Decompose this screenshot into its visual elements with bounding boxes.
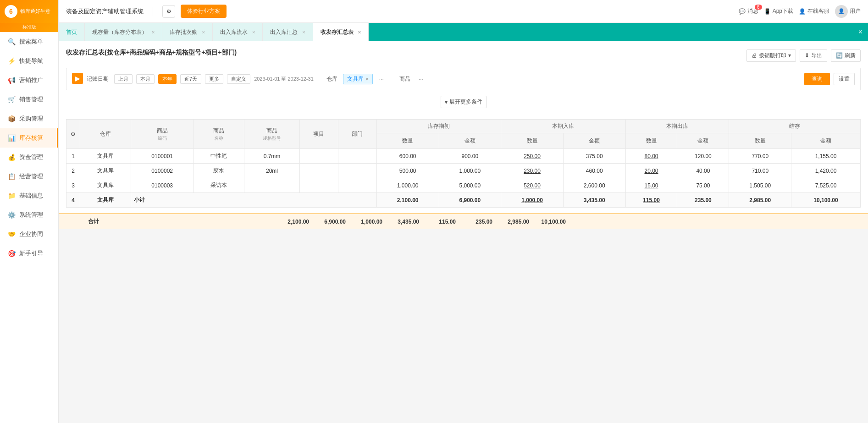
- subtotal-close-qty: 2,985.00: [729, 193, 791, 208]
- sidebar-item-label: 营销推广: [19, 76, 43, 84]
- user-avatar[interactable]: 👤 用户: [835, 5, 861, 18]
- sales-icon: 🛒: [7, 95, 16, 104]
- row-goods-name: 中性笔: [194, 149, 244, 164]
- tab-in-out-flow-close[interactable]: ×: [252, 29, 255, 35]
- tab-inventory-dist[interactable]: 现存量（库存分布表） ×: [85, 23, 162, 41]
- col-closing-header: 结存: [729, 120, 861, 133]
- row-out-amt: 120.00: [677, 149, 729, 164]
- table-row: 1 文具库 0100001 中性笔 0.7mm 600.00 900.00 25…: [66, 149, 861, 164]
- tab-batch-close[interactable]: ×: [202, 29, 205, 35]
- page-header-section: 收发存汇总表(按仓库+商品编码+商品+规格型号+项目+部门) 🖨 拨锁版打印 ▾…: [59, 41, 868, 114]
- tab-batch[interactable]: 库存批次账 ×: [162, 23, 212, 41]
- subtotal-out-qty[interactable]: 115.00: [625, 193, 677, 208]
- sidebar-item-quick-nav[interactable]: ⚡ 快捷导航: [0, 51, 58, 71]
- logo-icon: 6: [5, 5, 17, 18]
- export-label: 导出: [811, 52, 822, 60]
- this-month-btn[interactable]: 本月: [136, 74, 155, 84]
- refresh-btn[interactable]: 🔄 刷新: [831, 49, 861, 62]
- col-opening-header: 库存期初: [376, 120, 501, 133]
- row-close-qty: 770.00: [729, 149, 791, 164]
- sidebar-item-search[interactable]: 🔍 搜索菜单: [0, 32, 58, 51]
- settings-gear-icon[interactable]: ⚙: [162, 5, 175, 18]
- sidebar-item-guide[interactable]: 🎯 新手引导: [0, 244, 58, 263]
- online-service-btn[interactable]: 👤 在线客服: [799, 7, 829, 15]
- tab-in-out-flow[interactable]: 出入库流水 ×: [213, 23, 263, 41]
- custom-date-btn[interactable]: 自定义: [227, 74, 250, 84]
- close-amt-header: 金额: [791, 133, 861, 149]
- row-in-amt: 2,600.00: [563, 178, 625, 193]
- filter-toggle-btn[interactable]: ▶: [72, 73, 83, 84]
- export-btn[interactable]: ⬇ 导出: [800, 49, 827, 62]
- tab-home[interactable]: 首页: [59, 23, 85, 41]
- sidebar-item-enterprise[interactable]: 🤝 企业协同: [0, 225, 58, 244]
- row-project: [299, 149, 338, 164]
- subtotal-in-qty[interactable]: 1,000.00: [501, 193, 564, 208]
- try-btn[interactable]: 体验行业方案: [181, 5, 227, 18]
- row-no: 3: [66, 178, 80, 193]
- this-year-btn[interactable]: 本年: [158, 74, 177, 84]
- print-btn[interactable]: 🖨 拨锁版打印 ▾: [746, 49, 796, 62]
- sidebar-item-finance[interactable]: 💰 资金管理: [0, 148, 58, 167]
- close-all-tabs[interactable]: ×: [853, 28, 868, 36]
- date-filter-label: 记账日期: [87, 75, 109, 83]
- warehouse-tag-close[interactable]: ×: [365, 76, 369, 82]
- tab-recv-send[interactable]: 收发存汇总表 ×: [313, 23, 369, 41]
- goods-filter-label: 商品: [399, 75, 410, 83]
- total-close-qty: 2,985.00: [492, 219, 529, 225]
- total-out-qty: 115.00: [419, 219, 456, 225]
- tab-in-out-summary[interactable]: 出入库汇总 ×: [263, 23, 313, 41]
- row-out-qty[interactable]: 80.00: [625, 149, 677, 164]
- last-7days-btn[interactable]: 近7天: [180, 74, 201, 84]
- sidebar-item-inventory[interactable]: 📊 库存核算: [0, 128, 58, 148]
- row-in-qty[interactable]: 250.00: [501, 149, 564, 164]
- sidebar-item-basic[interactable]: 📁 基础信息: [0, 186, 58, 205]
- filter-settings-btn[interactable]: 设置: [834, 73, 855, 85]
- guide-icon: 🎯: [7, 249, 16, 258]
- row-in-qty[interactable]: 230.00: [501, 164, 564, 178]
- row-out-qty[interactable]: 15.00: [625, 178, 677, 193]
- more-date-btn[interactable]: 更多: [205, 74, 223, 84]
- messages-btn[interactable]: 💬 消息 6: [739, 7, 758, 15]
- last-month-btn[interactable]: 上月: [114, 74, 133, 84]
- row-warehouse: 文具库: [80, 149, 131, 164]
- table-section: ⚙ 仓库 商品编码 商品名称 商品规格型号 项目 部门 库存期初 本期入库 本期…: [59, 114, 868, 213]
- enterprise-icon: 🤝: [7, 230, 16, 238]
- sidebar-item-purchase[interactable]: 📦 采购管理: [0, 109, 58, 128]
- goods-more-dots[interactable]: ···: [416, 76, 426, 82]
- col-goods-name-header: 商品名称: [194, 120, 244, 149]
- row-goods-name: 采访本: [194, 178, 244, 193]
- top-header: 装备及固定资产辅助管理系统 ⚙ 体验行业方案 💬 消息 6 📱 App下载 👤 …: [59, 0, 868, 23]
- out-amt-header: 金额: [677, 133, 729, 149]
- subtotal-close-amt: 10,100.00: [791, 193, 861, 208]
- row-goods-name: 胶水: [194, 164, 244, 178]
- purchase-icon: 📦: [7, 115, 16, 123]
- sidebar-item-label: 经营管理: [19, 172, 43, 181]
- sidebar-item-system[interactable]: ⚙️ 系统管理: [0, 205, 58, 225]
- print-label: 拨锁版打印: [759, 52, 786, 60]
- row-close-qty: 710.00: [729, 164, 791, 178]
- query-btn[interactable]: 查询: [804, 73, 830, 85]
- sidebar-item-marketing[interactable]: 📢 营销推广: [0, 71, 58, 90]
- expand-filters-btn[interactable]: ▾ 展开更多条件: [441, 96, 487, 108]
- app-download-btn[interactable]: 📱 App下载: [764, 7, 793, 15]
- col-department-header: 部门: [338, 120, 376, 149]
- row-warehouse: 文具库: [80, 178, 131, 193]
- tab-recv-send-close[interactable]: ×: [358, 29, 361, 35]
- row-open-qty: 500.00: [376, 164, 439, 178]
- col-settings-header[interactable]: ⚙: [66, 120, 80, 149]
- row-out-qty[interactable]: 20.00: [625, 164, 677, 178]
- row-in-amt: 375.00: [563, 149, 625, 164]
- warehouse-more-dots[interactable]: ···: [376, 76, 387, 82]
- tab-in-out-summary-close[interactable]: ×: [302, 29, 305, 35]
- sidebar-item-operations[interactable]: 📋 经营管理: [0, 167, 58, 186]
- tab-inventory-dist-close[interactable]: ×: [152, 29, 155, 35]
- total-close-amt: 10,100.00: [529, 219, 566, 225]
- finance-icon: 💰: [7, 153, 16, 161]
- open-qty-header: 数量: [376, 133, 439, 149]
- row-goods-code: 0100001: [131, 149, 194, 164]
- basic-icon: 📁: [7, 192, 16, 200]
- sidebar-item-sales[interactable]: 🛒 销售管理: [0, 90, 58, 109]
- row-in-qty[interactable]: 520.00: [501, 178, 564, 193]
- tab-home-label: 首页: [66, 28, 77, 36]
- sidebar-item-label: 库存核算: [19, 134, 43, 142]
